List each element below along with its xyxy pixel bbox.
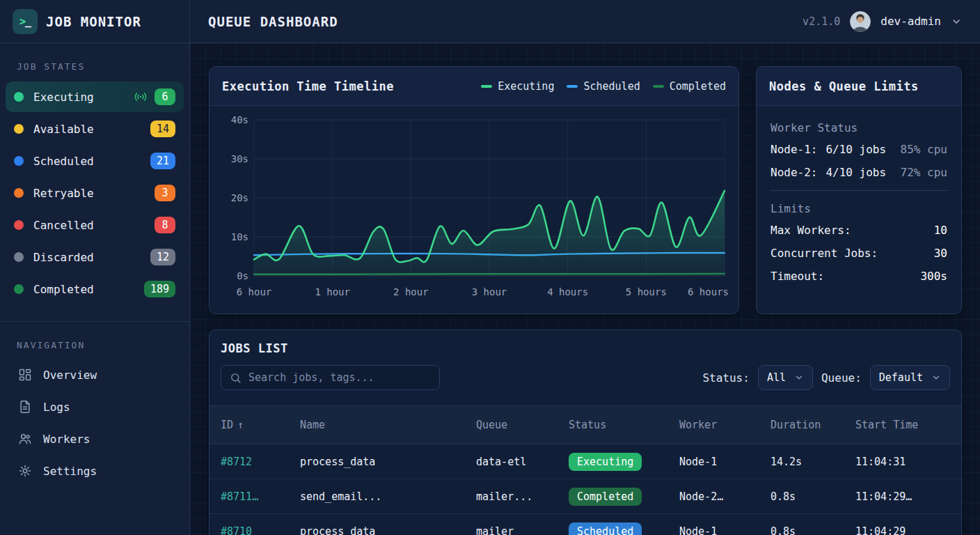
svg-text:40s: 40s xyxy=(231,114,248,125)
column-header-name[interactable]: Name xyxy=(300,419,476,431)
legend-item-executing: Executing xyxy=(481,80,554,93)
avatar[interactable] xyxy=(850,11,871,32)
timeline-card-title: Execution Time Timeline xyxy=(222,79,394,93)
limit-label: Concurrent Jobs: xyxy=(770,247,878,260)
job-states-header: JOB STATES xyxy=(0,61,189,72)
limit-value: 10 xyxy=(934,224,947,237)
sidebar-item-cancelled[interactable]: Cancelled8 xyxy=(6,210,184,240)
navigation-list: OverviewLogsWorkersSettings xyxy=(0,359,189,487)
cell-status: Scheduled xyxy=(569,522,679,535)
filter-label-queue: Queue: xyxy=(821,371,862,385)
limit-value: 30 xyxy=(934,247,947,260)
sidebar-item-settings[interactable]: Settings xyxy=(0,455,189,487)
chevron-down-icon[interactable] xyxy=(951,16,962,27)
cell-name: send_email... xyxy=(300,490,476,503)
table-row[interactable]: #8711…send_email...mailer...CompletedNod… xyxy=(210,479,961,514)
status-dropdown[interactable]: All xyxy=(758,365,813,390)
cell-id[interactable]: #8711… xyxy=(221,490,300,503)
state-count-badge: 8 xyxy=(155,217,175,233)
cell-id[interactable]: #8712 xyxy=(221,456,300,468)
topbar-right: v2.1.0 dev-admin xyxy=(803,11,962,32)
cell-queue: mailer... xyxy=(476,490,569,503)
live-signal-icon xyxy=(134,92,148,102)
legend-swatch xyxy=(481,85,492,88)
cell-id[interactable]: #8710 xyxy=(221,525,300,535)
nodes-card-title: Nodes & Queue Limits xyxy=(769,79,919,93)
status-badge: Scheduled xyxy=(569,522,642,535)
cell-queue: data-etl xyxy=(476,456,569,468)
cell-name: process_data xyxy=(300,456,476,468)
table-body: #8712process_datadata-etlExecutingNode-1… xyxy=(210,444,961,535)
sidebar-item-executing[interactable]: Executing6 xyxy=(6,82,184,112)
sidebar-item-workers[interactable]: Workers xyxy=(0,423,189,455)
state-count-badge: 6 xyxy=(155,88,175,105)
chevron-down-icon xyxy=(931,373,941,382)
sidebar-item-discarded[interactable]: Discarded12 xyxy=(6,242,184,272)
state-dot xyxy=(14,92,24,102)
overview-grid-icon xyxy=(18,368,32,382)
sidebar-item-available[interactable]: Available14 xyxy=(6,114,184,144)
sidebar-item-overview[interactable]: Overview xyxy=(0,359,189,391)
column-header-start-time[interactable]: Start Time xyxy=(855,419,950,431)
sidebar-item-scheduled[interactable]: Scheduled21 xyxy=(6,146,184,176)
jobs-table: ID↑NameQueueStatusWorkerDurationStart Ti… xyxy=(210,405,961,535)
state-dot xyxy=(14,124,24,134)
terminal-icon: >_ xyxy=(13,9,38,34)
page-title: QUEUE DASHBOARD xyxy=(208,14,338,29)
table-row[interactable]: #8710process_datamailerScheduledNode-10.… xyxy=(210,514,961,535)
svg-text:4 hours: 4 hours xyxy=(547,286,588,297)
limit-value: 300s xyxy=(920,270,947,283)
column-header-id[interactable]: ID↑ xyxy=(221,419,300,431)
state-label: Scheduled xyxy=(33,155,94,168)
state-count-badge: 14 xyxy=(150,121,175,137)
queue-dropdown[interactable]: Default xyxy=(870,365,950,390)
limits-header: Limits xyxy=(770,202,947,215)
search-box[interactable] xyxy=(221,365,440,390)
svg-text:2 hour: 2 hour xyxy=(393,286,429,297)
worker-jobs: 6/10 jobs xyxy=(825,143,886,156)
state-count-badge: 12 xyxy=(150,249,175,265)
version-label: v2.1.0 xyxy=(803,15,840,28)
filters: Status:AllQueue:Default xyxy=(702,365,950,390)
column-header-worker[interactable]: Worker xyxy=(679,419,770,431)
content: Execution Time Timeline ExecutingSchedul… xyxy=(190,43,980,535)
limit-label: Max Workers: xyxy=(770,224,851,237)
state-count-badge: 3 xyxy=(155,185,175,201)
nav-label: Settings xyxy=(43,465,97,478)
legend-label: Completed xyxy=(670,80,726,93)
legend-label: Scheduled xyxy=(583,80,640,93)
table-header-row: ID↑NameQueueStatusWorkerDurationStart Ti… xyxy=(210,405,961,444)
legend-item-completed: Completed xyxy=(653,80,726,93)
worker-jobs: 4/10 jobs xyxy=(825,166,886,179)
state-count-badge: 21 xyxy=(150,153,175,169)
column-header-duration[interactable]: Duration xyxy=(770,419,855,431)
app-title: JOB MONITOR xyxy=(46,14,141,29)
workers-users-icon xyxy=(18,432,32,446)
state-label: Available xyxy=(33,123,94,136)
search-input[interactable] xyxy=(248,371,431,384)
sidebar: >_ JOB MONITOR JOB STATES Executing6Avai… xyxy=(0,0,190,535)
cell-name: process_data xyxy=(300,525,476,535)
status-badge: Executing xyxy=(569,453,642,471)
cell-duration: 0.8s xyxy=(770,525,855,535)
sidebar-item-completed[interactable]: Completed189 xyxy=(6,274,184,304)
svg-text:1 hour: 1 hour xyxy=(315,286,350,297)
column-header-queue[interactable]: Queue xyxy=(476,419,569,431)
column-header-status[interactable]: Status xyxy=(569,419,679,431)
cell-worker: Node-1 xyxy=(679,456,770,468)
sidebar-item-logs[interactable]: Logs xyxy=(0,391,189,423)
timeline-card: Execution Time Timeline ExecutingSchedul… xyxy=(209,66,739,314)
nodes-card: Nodes & Queue Limits Worker Status Node-… xyxy=(756,66,962,314)
cell-start: 11:04:29 xyxy=(855,525,950,535)
state-label: Discarded xyxy=(33,251,94,264)
sidebar-divider xyxy=(0,321,189,322)
state-label: Completed xyxy=(33,283,94,296)
table-row[interactable]: #8712process_datadata-etlExecutingNode-1… xyxy=(210,444,961,479)
state-dot xyxy=(14,220,24,230)
cell-status: Completed xyxy=(569,488,679,506)
sidebar-item-retryable[interactable]: Retryable3 xyxy=(6,178,184,208)
username[interactable]: dev-admin xyxy=(880,15,941,28)
cell-worker: Node-1 xyxy=(679,525,770,535)
cell-worker: Node-2… xyxy=(679,490,770,503)
svg-text:5 hours: 5 hours xyxy=(626,286,667,297)
